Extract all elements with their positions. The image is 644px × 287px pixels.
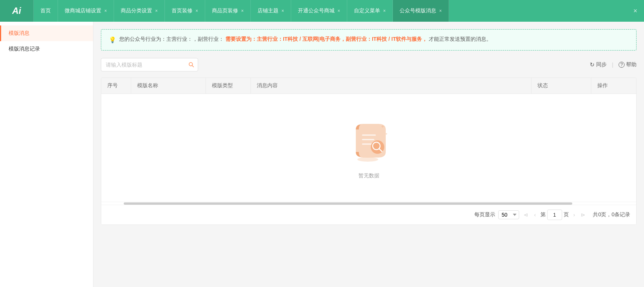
toolbar-right: ↻ 同步 | ? 帮助: [590, 61, 637, 68]
scroll-thumb: [124, 202, 572, 205]
svg-line-1: [192, 65, 194, 67]
page-prefix: 第: [540, 211, 546, 218]
notice-icon: 💡: [109, 35, 116, 45]
svg-text:✦: ✦: [380, 123, 385, 129]
notice-box: 💡 您的公众号行业为：主营行业：，副营行业： 需要设置为：主营行业：IT科技 /…: [101, 29, 637, 51]
nav-tab-4[interactable]: 商品页装修×: [205, 0, 251, 22]
sidebar: 模版消息模版消息记录: [0, 22, 93, 287]
nav-tab-close-8[interactable]: ×: [439, 8, 442, 13]
help-icon: ?: [619, 62, 625, 68]
notice-highlight: 需要设置为：主营行业：IT科技 / 互联网|电子商务，副营行业：IT科技 / I…: [225, 36, 428, 42]
table-col-2: 模版类型: [206, 78, 251, 94]
toolbar-divider: |: [610, 62, 615, 68]
page-total: 共0页，0条记录: [593, 211, 630, 218]
empty-illustration: ✦ ✦: [345, 116, 393, 165]
search-icon: [188, 62, 194, 68]
page-unit: 页: [564, 211, 569, 218]
main-layout: 模版消息模版消息记录 💡 您的公众号行业为：主营行业：，副营行业： 需要设置为：…: [0, 22, 644, 287]
nav-tab-close-2[interactable]: ×: [155, 8, 158, 13]
nav-tab-0[interactable]: 首页: [34, 0, 58, 22]
scroll-track[interactable]: [101, 202, 636, 205]
notice-text: 您的公众号行业为：主营行业：，副营行业： 需要设置为：主营行业：IT科技 / 互…: [119, 35, 492, 43]
nav-tab-close-4[interactable]: ×: [241, 8, 244, 13]
nav-tab-close-3[interactable]: ×: [195, 8, 198, 13]
empty-state: ✦ ✦ 暂无数据: [101, 94, 636, 202]
nav-tab-2[interactable]: 商品分类设置×: [114, 0, 165, 22]
nav-tab-1[interactable]: 微商城店铺设置×: [58, 0, 114, 22]
page-input-wrap: 第 页: [540, 210, 569, 220]
table-header: 序号模版名称模版类型消息内容状态操作: [101, 78, 636, 94]
table-col-4: 状态: [531, 78, 591, 94]
search-input-wrap: [101, 58, 198, 71]
nav-tab-3[interactable]: 首页装修×: [165, 0, 205, 22]
nav-tab-close-1[interactable]: ×: [104, 8, 107, 13]
nav-tab-close-7[interactable]: ×: [383, 8, 386, 13]
page-size-label: 每页显示: [474, 211, 495, 218]
nav-tab-close-5[interactable]: ×: [281, 8, 284, 13]
last-page-button[interactable]: ⊳: [579, 211, 587, 218]
pagination: 每页显示 50 10 20 100 ⊲ ‹ 第 页 › ⊳ 共0页，0条记录: [101, 205, 636, 225]
content-area: 💡 您的公众号行业为：主营行业：，副营行业： 需要设置为：主营行业：IT科技 /…: [93, 22, 644, 287]
sync-icon: ↻: [590, 61, 595, 68]
close-all-button[interactable]: ×: [626, 7, 644, 15]
nav-tab-7[interactable]: 自定义菜单×: [347, 0, 393, 22]
table-col-0: 序号: [101, 78, 131, 94]
nav-tab-5[interactable]: 店铺主题×: [251, 0, 291, 22]
help-button[interactable]: ? 帮助: [619, 61, 637, 68]
next-page-button[interactable]: ›: [572, 211, 577, 218]
nav-tab-6[interactable]: 开通公众号商城×: [291, 0, 347, 22]
table-col-3: 消息内容: [251, 78, 531, 94]
prev-page-button[interactable]: ‹: [533, 211, 537, 218]
svg-point-2: [357, 157, 378, 162]
search-button[interactable]: [185, 58, 198, 71]
page-number-input[interactable]: [547, 210, 562, 220]
app-logo: Ai: [0, 0, 34, 22]
nav-tab-close-6[interactable]: ×: [338, 8, 340, 13]
first-page-button[interactable]: ⊲: [522, 211, 530, 218]
sync-button[interactable]: ↻ 同步: [590, 61, 607, 68]
sidebar-item-1[interactable]: 模版消息记录: [0, 41, 93, 57]
empty-text: 暂无数据: [358, 172, 379, 179]
search-bar: ↻ 同步 | ? 帮助: [101, 58, 637, 71]
sidebar-item-0[interactable]: 模版消息: [0, 25, 93, 41]
page-size-select[interactable]: 50 10 20 100: [498, 210, 519, 219]
table-col-5: 操作: [591, 78, 636, 94]
table-wrap: 序号模版名称模版类型消息内容状态操作: [101, 77, 637, 225]
top-nav: Ai 首页微商城店铺设置×商品分类设置×首页装修×商品页装修×店铺主题×开通公众…: [0, 0, 644, 22]
nav-tab-8[interactable]: 公众号模版消息×: [393, 0, 449, 22]
search-input[interactable]: [101, 58, 198, 71]
svg-text:✦: ✦: [385, 132, 388, 136]
table-col-1: 模版名称: [131, 78, 206, 94]
